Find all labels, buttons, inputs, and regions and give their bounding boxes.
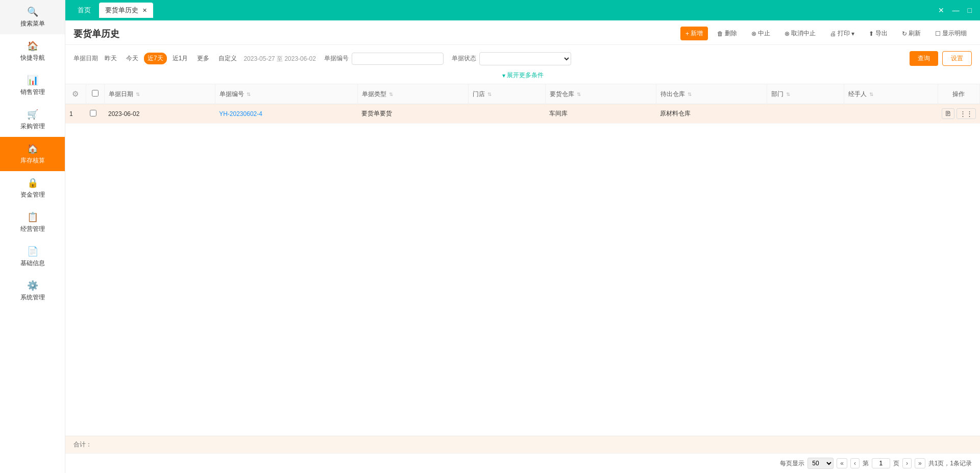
date-btn-more[interactable]: 更多 (193, 53, 213, 64)
export-button[interactable]: ⬆ 导出 (864, 27, 893, 40)
sidebar-item-basic-info-label: 基础信息 (20, 259, 45, 268)
tab-close-icon[interactable]: ✕ (142, 7, 147, 13)
sidebar-item-inventory[interactable]: 🏠 库存核算 (0, 137, 65, 171)
th-req-warehouse: 要货仓库 ⇅ (545, 84, 656, 104)
sidebar-item-quick-nav[interactable]: 🏠 快捷导航 (0, 34, 65, 68)
tab-home[interactable]: 首页 (71, 3, 97, 18)
sidebar-item-purchase-label: 采购管理 (20, 122, 45, 131)
sort-icon-store[interactable]: ⇅ (487, 91, 492, 97)
row-checkbox-input[interactable] (90, 110, 96, 116)
row-req-warehouse: 车间库 (545, 104, 656, 124)
sidebar-item-finance[interactable]: 🔒 资金管理 (0, 171, 65, 205)
row-num: 1 (65, 104, 86, 124)
stop-button[interactable]: ⊗ 中止 (746, 27, 775, 40)
sidebar-item-sales[interactable]: 📊 销售管理 (0, 68, 65, 103)
next-page-button[interactable]: › (902, 458, 912, 468)
page-number-input[interactable] (872, 458, 890, 468)
date-btn-yesterday[interactable]: 昨天 (101, 53, 120, 64)
doc-no-link[interactable]: YH-20230602-4 (219, 110, 262, 117)
th-pending-warehouse: 待出仓库 ⇅ (656, 84, 767, 104)
page-size-select[interactable]: 20 50 100 200 (807, 458, 834, 469)
window-close-button[interactable]: ✕ (936, 5, 946, 15)
tab-requisition-history[interactable]: 要货单历史 ✕ (99, 3, 153, 18)
sort-icon-pending-warehouse[interactable]: ⇅ (688, 91, 692, 97)
sidebar: 🔍 搜索菜单 🏠 快捷导航 📊 销售管理 🛒 采购管理 🏠 库存核算 🔒 资金管… (0, 0, 65, 473)
date-btn-custom[interactable]: 自定义 (215, 53, 240, 64)
date-btn-today[interactable]: 今天 (122, 53, 142, 64)
prev-page-button[interactable]: ‹ (850, 458, 860, 468)
table-wrapper: ⚙ 单据日期 ⇅ 单据编号 ⇅ (65, 84, 980, 436)
th-store: 门店 ⇅ (469, 84, 546, 104)
last-page-button[interactable]: » (915, 458, 925, 468)
search-menu-icon: 🔍 (27, 6, 38, 17)
finance-icon: 🔒 (27, 177, 38, 188)
operations-icon: 📋 (27, 211, 38, 223)
page-title: 要货单历史 (74, 28, 676, 40)
refresh-icon: ↻ (902, 30, 907, 37)
settings-gear-icon[interactable]: ⚙ (72, 89, 79, 98)
page-size-label: 每页显示 (780, 459, 804, 468)
main-area: 首页 要货单历史 ✕ ✕ — □ 要货单历史 + 新增 🗑 删除 ⊗ (65, 0, 980, 473)
th-doc-type: 单据类型 ⇅ (357, 84, 468, 104)
window-minimize-button[interactable]: — (950, 5, 962, 15)
expand-icon: ▾ (502, 72, 505, 79)
doc-status-select[interactable] (479, 52, 571, 65)
sidebar-item-system[interactable]: ⚙️ 系统管理 (0, 274, 65, 308)
row-doc-no: YH-20230602-4 (215, 104, 357, 124)
cancel-stop-button[interactable]: ⊗ 取消中止 (779, 27, 821, 40)
date-btn-last1month[interactable]: 近1月 (169, 53, 192, 64)
row-store (469, 104, 546, 124)
sidebar-item-search-label: 搜索菜单 (20, 19, 45, 28)
th-department: 部门 ⇅ (767, 84, 844, 104)
print-button[interactable]: 🖨 打印 ▾ (825, 27, 860, 40)
cancel-stop-icon: ⊗ (785, 30, 790, 37)
sidebar-item-basic-info[interactable]: 📄 基础信息 (0, 240, 65, 274)
sort-icon-doc-date[interactable]: ⇅ (136, 91, 140, 97)
sidebar-item-purchase[interactable]: 🛒 采购管理 (0, 103, 65, 137)
sidebar-item-inventory-label: 库存核算 (20, 156, 45, 165)
table-row: 1 2023-06-02 YH-20230602-4 要货单要货 车间库 原材料… (65, 104, 980, 124)
date-btn-last7[interactable]: 近7天 (144, 53, 167, 64)
refresh-button[interactable]: ↻ 刷新 (897, 27, 926, 40)
expand-row: ▾ 展开更多条件 (74, 69, 972, 80)
expand-more-btn[interactable]: ▾ 展开更多条件 (502, 71, 544, 80)
data-table: ⚙ 单据日期 ⇅ 单据编号 ⇅ (65, 84, 980, 124)
window-maximize-button[interactable]: □ (966, 5, 974, 15)
th-checkbox (86, 84, 104, 104)
filter-row: 单据日期 昨天 今天 近7天 近1月 更多 自定义 2023-05-27 至 2… (74, 51, 972, 66)
date-label: 单据日期 (74, 54, 98, 63)
show-detail-button[interactable]: ☐ 显示明细 (930, 27, 972, 40)
table-footer: 合计： (65, 436, 980, 453)
doc-status-label: 单据状态 (452, 54, 476, 63)
filter-doc-status-group: 单据状态 (452, 52, 571, 65)
sort-icon-handler[interactable]: ⇅ (869, 91, 873, 97)
sidebar-item-finance-label: 资金管理 (20, 191, 45, 199)
page-header: 要货单历史 + 新增 🗑 删除 ⊗ 中止 ⊗ 取消中止 🖨 打印 ▾ (65, 20, 980, 45)
delete-button[interactable]: 🗑 删除 (712, 27, 742, 40)
show-detail-icon: ☐ (935, 30, 941, 37)
sort-icon-req-warehouse[interactable]: ⇅ (577, 91, 581, 97)
query-button[interactable]: 查询 (910, 51, 938, 66)
print-icon: 🖨 (830, 30, 836, 37)
page-content: 要货单历史 + 新增 🗑 删除 ⊗ 中止 ⊗ 取消中止 🖨 打印 ▾ (65, 20, 980, 473)
sort-icon-department[interactable]: ⇅ (786, 91, 790, 97)
th-doc-date: 单据日期 ⇅ (104, 84, 215, 104)
row-doc-type: 要货单要货 (357, 104, 468, 124)
sort-icon-doc-no[interactable]: ⇅ (247, 91, 251, 97)
add-button[interactable]: + 新增 (680, 27, 708, 40)
row-operations: 🖹 ⋮⋮ (938, 104, 979, 124)
sort-icon-doc-type[interactable]: ⇅ (389, 91, 393, 97)
select-all-checkbox[interactable] (92, 90, 99, 97)
first-page-button[interactable]: « (837, 458, 847, 468)
row-more-button[interactable]: ⋮⋮ (957, 108, 976, 119)
row-checkbox (86, 104, 104, 124)
settings-filter-button[interactable]: 设置 (942, 51, 972, 66)
row-department (767, 104, 844, 124)
stop-icon: ⊗ (751, 30, 756, 37)
topbar-window-actions: ✕ — □ (936, 5, 974, 15)
row-view-button[interactable]: 🖹 (942, 108, 954, 119)
sidebar-item-operations[interactable]: 📋 经营管理 (0, 205, 65, 240)
sidebar-item-system-label: 系统管理 (20, 293, 45, 302)
sidebar-item-search[interactable]: 🔍 搜索菜单 (0, 0, 65, 34)
doc-number-input[interactable] (352, 53, 444, 65)
